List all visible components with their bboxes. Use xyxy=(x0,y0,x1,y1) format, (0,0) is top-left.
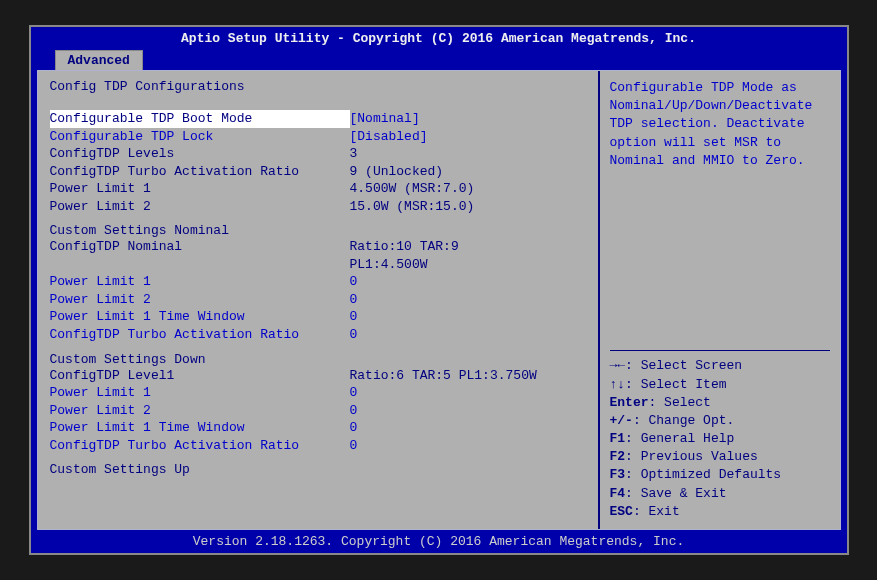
key-symbol: ↑↓ xyxy=(610,377,626,392)
down-value: Ratio:6 TAR:5 PL1:3.750W xyxy=(350,367,586,385)
left-panel: Config TDP Configurations Configurable T… xyxy=(38,71,600,529)
key-text: : Exit xyxy=(633,504,680,519)
key-hint: ESC: Exit xyxy=(610,503,830,521)
key-hint: +/-: Change Opt. xyxy=(610,412,830,430)
key-symbol: +/- xyxy=(610,413,633,428)
down-row[interactable]: Power Limit 1 Time Window0 xyxy=(50,419,586,437)
key-hints: →←: Select Screen↑↓: Select ItemEnter: S… xyxy=(610,357,830,521)
header-title: Aptio Setup Utility - Copyright (C) 2016… xyxy=(31,27,847,50)
config-row[interactable]: Configurable TDP Lock[Disabled] xyxy=(50,128,586,146)
key-hint: F4: Save & Exit xyxy=(610,485,830,503)
down-value: 0 xyxy=(350,402,586,420)
nominal-value: PL1:4.500W xyxy=(350,256,586,274)
nominal-label: Power Limit 1 Time Window xyxy=(50,308,350,326)
nominal-row: ConfigTDP NominalRatio:10 TAR:9 xyxy=(50,238,586,256)
content-area: Config TDP Configurations Configurable T… xyxy=(37,70,841,530)
key-text: : Save & Exit xyxy=(625,486,726,501)
config-label: Configurable TDP Boot Mode xyxy=(50,110,350,128)
nominal-label: Power Limit 2 xyxy=(50,291,350,309)
key-hint: F1: General Help xyxy=(610,430,830,448)
nominal-label: Power Limit 1 xyxy=(50,273,350,291)
key-symbol: →← xyxy=(610,358,626,373)
footer-version: Version 2.18.1263. Copyright (C) 2016 Am… xyxy=(31,530,847,553)
key-text: : General Help xyxy=(625,431,734,446)
down-label: Power Limit 2 xyxy=(50,402,350,420)
nominal-row[interactable]: Power Limit 1 Time Window0 xyxy=(50,308,586,326)
down-label: Power Limit 1 xyxy=(50,384,350,402)
right-panel: Configurable TDP Mode as Nominal/Up/Down… xyxy=(600,71,840,529)
down-label: Power Limit 1 Time Window xyxy=(50,419,350,437)
down-value: 0 xyxy=(350,419,586,437)
key-hint: →←: Select Screen xyxy=(610,357,830,375)
config-value: 3 xyxy=(350,145,586,163)
key-symbol: Enter xyxy=(610,395,649,410)
down-value: 0 xyxy=(350,384,586,402)
key-symbol: ESC xyxy=(610,504,633,519)
nominal-row: PL1:4.500W xyxy=(50,256,586,274)
tab-advanced[interactable]: Advanced xyxy=(55,50,143,70)
down-row[interactable]: Power Limit 20 xyxy=(50,402,586,420)
key-text: : Previous Values xyxy=(625,449,758,464)
key-text: : Select xyxy=(649,395,711,410)
key-text: : Select Screen xyxy=(625,358,742,373)
config-row: ConfigTDP Turbo Activation Ratio9 (Unloc… xyxy=(50,163,586,181)
nominal-row[interactable]: Power Limit 10 xyxy=(50,273,586,291)
config-label: Power Limit 1 xyxy=(50,180,350,198)
down-label: ConfigTDP Level1 xyxy=(50,367,350,385)
key-hint: F3: Optimized Defaults xyxy=(610,466,830,484)
down-value: 0 xyxy=(350,437,586,455)
key-symbol: F1 xyxy=(610,431,626,446)
key-symbol: F4 xyxy=(610,486,626,501)
nominal-value: 0 xyxy=(350,291,586,309)
config-value: [Nominal] xyxy=(350,110,586,128)
section-title: Config TDP Configurations xyxy=(50,79,586,94)
config-row: Power Limit 14.500W (MSR:7.0) xyxy=(50,180,586,198)
config-value: 15.0W (MSR:15.0) xyxy=(350,198,586,216)
down-row[interactable]: ConfigTDP Turbo Activation Ratio0 xyxy=(50,437,586,455)
key-text: : Optimized Defaults xyxy=(625,467,781,482)
key-symbol: F3 xyxy=(610,467,626,482)
nominal-value: 0 xyxy=(350,308,586,326)
nominal-value: 0 xyxy=(350,326,586,344)
nominal-label: ConfigTDP Nominal xyxy=(50,238,350,256)
config-label: ConfigTDP Levels xyxy=(50,145,350,163)
down-title: Custom Settings Down xyxy=(50,352,586,367)
config-value: 9 (Unlocked) xyxy=(350,163,586,181)
down-row[interactable]: Power Limit 10 xyxy=(50,384,586,402)
down-label: ConfigTDP Turbo Activation Ratio xyxy=(50,437,350,455)
nominal-label xyxy=(50,256,350,274)
key-symbol: F2 xyxy=(610,449,626,464)
key-hint: Enter: Select xyxy=(610,394,830,412)
config-label: Configurable TDP Lock xyxy=(50,128,350,146)
nominal-title: Custom Settings Nominal xyxy=(50,223,586,238)
config-label: ConfigTDP Turbo Activation Ratio xyxy=(50,163,350,181)
up-title: Custom Settings Up xyxy=(50,462,586,477)
config-value: 4.500W (MSR:7.0) xyxy=(350,180,586,198)
key-text: : Change Opt. xyxy=(633,413,734,428)
nominal-value: Ratio:10 TAR:9 xyxy=(350,238,586,256)
config-label: Power Limit 2 xyxy=(50,198,350,216)
config-row[interactable]: Configurable TDP Boot Mode[Nominal] xyxy=(50,110,586,128)
key-text: : Select Item xyxy=(625,377,726,392)
key-hint: F2: Previous Values xyxy=(610,448,830,466)
config-row: Power Limit 215.0W (MSR:15.0) xyxy=(50,198,586,216)
config-value: [Disabled] xyxy=(350,128,586,146)
nominal-row[interactable]: ConfigTDP Turbo Activation Ratio0 xyxy=(50,326,586,344)
nominal-value: 0 xyxy=(350,273,586,291)
help-text: Configurable TDP Mode as Nominal/Up/Down… xyxy=(610,79,830,170)
down-row: ConfigTDP Level1Ratio:6 TAR:5 PL1:3.750W xyxy=(50,367,586,385)
config-row: ConfigTDP Levels3 xyxy=(50,145,586,163)
bios-window: Aptio Setup Utility - Copyright (C) 2016… xyxy=(29,25,849,555)
tab-row: Advanced xyxy=(31,50,847,70)
nominal-row[interactable]: Power Limit 20 xyxy=(50,291,586,309)
key-hint: ↑↓: Select Item xyxy=(610,376,830,394)
nominal-label: ConfigTDP Turbo Activation Ratio xyxy=(50,326,350,344)
